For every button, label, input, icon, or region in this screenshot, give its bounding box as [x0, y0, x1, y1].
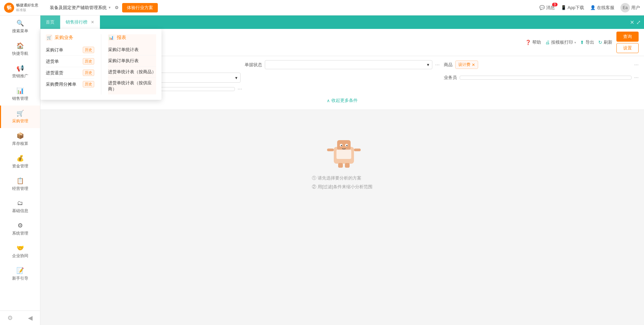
system-gear-icon[interactable]: ⚙ — [115, 5, 119, 10]
sidebar-item-operation[interactable]: 📋 经营管理 — [0, 173, 40, 196]
goods-tag-close[interactable]: ✕ — [472, 63, 475, 67]
staff-select[interactable] — [460, 76, 632, 80]
dropdown-menu: 🛒 采购业务 采购订单 历史 进货单 历史 进货退货 历史 采购费用分摊单 历史… — [40, 29, 162, 100]
tab-home-label: 首页 — [46, 19, 55, 25]
staff-more-icon[interactable]: ··· — [634, 75, 639, 81]
staff-label: 业务员 — [444, 75, 457, 81]
service-item[interactable]: 👤 在线客服 — [590, 5, 614, 11]
base-icon: 🗂 — [17, 200, 23, 207]
system-icon: ⚙ — [17, 222, 23, 229]
menu-incoming[interactable]: 进货单 历史 — [46, 56, 94, 67]
doc-status-label: 单据状态 — [245, 62, 262, 68]
menu-incoming-return[interactable]: 进货退货 历史 — [46, 67, 94, 79]
sidebar-item-marketing[interactable]: 📢 营销推广 — [0, 60, 40, 83]
collapse-sidebar-icon[interactable]: ◀ — [28, 314, 33, 322]
goods-label: 商品 — [444, 62, 453, 68]
menu-purchase-order-exec[interactable]: 采购订单执行表 — [108, 55, 156, 67]
print-button[interactable]: 🖨 按模板打印 ▾ — [545, 39, 576, 45]
goods-more-icon[interactable]: ··· — [634, 62, 639, 68]
svg-point-4 — [341, 145, 342, 146]
setting-button[interactable]: 设置 — [616, 43, 639, 53]
app-download-item[interactable]: 📱 App下载 — [561, 5, 584, 11]
doc-status-group: 单据状态 ▾ ··· — [245, 60, 439, 69]
tab-sales-rank[interactable]: 销售排行榜 ✕ — [60, 15, 100, 29]
purchase-expense-history-tag: 历史 — [83, 81, 94, 87]
top-bar-right: 💬 消息 9 📱 App下载 👤 在线客服 Ea 用户 — [539, 3, 640, 12]
incoming-return-history-tag: 历史 — [83, 70, 94, 76]
purchase-icon: 🛒 — [16, 110, 24, 117]
customer-more-icon[interactable]: ··· — [238, 86, 242, 92]
svg-rect-10 — [345, 163, 350, 168]
home-icon: 🏠 — [16, 42, 24, 49]
refresh-button[interactable]: ↻ 刷新 — [598, 39, 612, 45]
corp-icon: 🤝 — [16, 244, 24, 252]
doc-status-more-icon[interactable]: ··· — [435, 62, 439, 68]
logo-line1: 畅捷通好生意 — [16, 3, 38, 7]
sidebar-label-guide: 新手引导 — [12, 276, 28, 281]
sidebar-label-base: 基础信息 — [12, 208, 28, 214]
operation-icon: 📋 — [16, 177, 24, 185]
guide-icon: 📝 — [16, 267, 24, 274]
industry-button[interactable]: 体验行业方案 — [122, 3, 158, 12]
print-dropdown-icon[interactable]: ▾ — [574, 41, 576, 44]
doc-status-select[interactable]: ▾ — [265, 60, 432, 69]
sidebar-item-base[interactable]: 🗂 基础信息 — [0, 196, 40, 218]
sidebar-label-sales: 销售管理 — [12, 96, 28, 101]
user-avatar: Ea — [620, 3, 630, 12]
top-bar: 畅 畅捷通好生意 标准版 装备及固定资产辅助管理系统 ▾ ⚙ 体验行业方案 💬 … — [0, 0, 644, 15]
svg-point-5 — [346, 145, 348, 146]
user-item[interactable]: Ea 用户 — [620, 3, 640, 12]
window-close-icon[interactable]: ✕ — [630, 19, 634, 26]
query-button[interactable]: 查询 — [616, 32, 639, 42]
help-button[interactable]: ❓ 帮助 — [525, 39, 541, 45]
empty-svg — [325, 137, 366, 170]
logo-icon: 畅 — [4, 3, 14, 13]
doc-status-dropdown-icon: ▾ — [427, 62, 429, 67]
print-label: 按模板打印 — [551, 39, 573, 45]
svg-rect-9 — [338, 163, 343, 168]
tab-close-icon[interactable]: ✕ — [91, 20, 94, 25]
rank-dropdown-icon: ▾ — [235, 75, 238, 80]
sidebar-item-nav[interactable]: 🏠 快捷导航 — [0, 38, 40, 60]
sidebar-item-stock[interactable]: 📦 库存核算 — [0, 128, 40, 151]
logo-line2: 标准版 — [16, 8, 38, 12]
menu-purchase-expense[interactable]: 采购费用分摊单 历史 — [46, 79, 94, 90]
mobile-icon: 📱 — [561, 5, 566, 10]
empty-text: 请先选择要分析的方案 用[过滤]条件来缩小分析范围 — [312, 174, 372, 191]
svg-rect-8 — [336, 150, 351, 159]
sidebar-label-purchase: 采购管理 — [12, 118, 28, 124]
tab-home[interactable]: 首页 — [40, 15, 60, 29]
refresh-label: 刷新 — [604, 39, 612, 45]
staff-group: 业务员 ··· — [444, 75, 639, 81]
settings-bottom-icon[interactable]: ⚙ — [7, 314, 13, 322]
purchase-section-title: 🛒 采购业务 — [46, 34, 94, 41]
sidebar-item-corp[interactable]: 🤝 企业协同 — [0, 240, 40, 263]
report-section-icon: 📊 — [108, 34, 115, 41]
system-dropdown-icon[interactable]: ▾ — [109, 5, 111, 10]
empty-hint1: 请先选择要分析的方案 — [312, 174, 372, 182]
export-button[interactable]: ⬆ 导出 — [580, 39, 594, 45]
logo: 畅 畅捷通好生意 标准版 — [4, 3, 44, 13]
empty-hint2: 用[过滤]条件来缩小分析范围 — [312, 182, 372, 191]
menu-purchase-order[interactable]: 采购订单 历史 — [46, 44, 94, 56]
refresh-icon: ↻ — [598, 40, 602, 45]
window-resize-icon[interactable]: ⤢ — [636, 19, 641, 26]
sidebar-label-system: 系统管理 — [12, 231, 28, 236]
menu-incoming-stat-goods[interactable]: 进货单统计表（按商品） — [108, 67, 156, 78]
sidebar-item-purchase[interactable]: 🛒 采购管理 — [0, 106, 40, 128]
sidebar-item-system[interactable]: ⚙ 系统管理 — [0, 218, 40, 240]
message-icon-item[interactable]: 💬 消息 9 — [539, 5, 555, 11]
sidebar-item-search[interactable]: 🔍 搜索菜单 — [0, 15, 40, 38]
service-icon: 👤 — [590, 5, 596, 10]
sidebar-item-sales[interactable]: 📊 销售管理 — [0, 83, 40, 106]
goods-tag: 设计费 ✕ — [455, 60, 478, 69]
sidebar-item-guide[interactable]: 📝 新手引导 — [0, 263, 40, 285]
goods-group: 商品 设计费 ✕ ··· — [444, 60, 639, 69]
tab-bar: 首页 销售排行榜 ✕ ✕ ⤢ — [40, 15, 644, 29]
menu-purchase-order-stat[interactable]: 采购订单统计表 — [108, 44, 156, 55]
sidebar-bottom: ⚙ ◀ — [0, 311, 40, 325]
sidebar: 🔍 搜索菜单 🏠 快捷导航 📢 营销推广 📊 销售管理 🛒 采购管理 📦 库存核… — [0, 15, 40, 325]
purchase-section-icon: 🛒 — [46, 34, 52, 41]
menu-incoming-stat-supplier[interactable]: 进货单统计表（按供应商） — [108, 78, 156, 94]
sidebar-item-finance[interactable]: 💰 资金管理 — [0, 151, 40, 173]
